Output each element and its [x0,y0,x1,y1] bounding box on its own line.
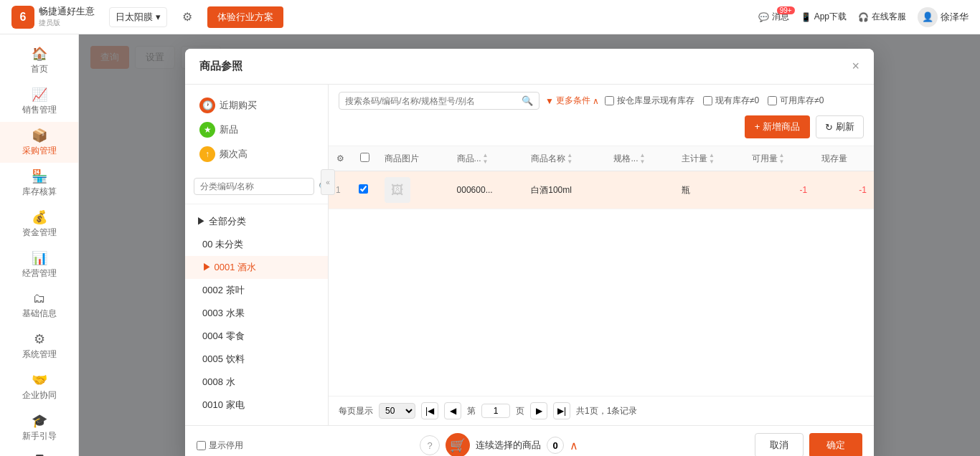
sort-image[interactable]: 商品图片 [385,153,443,165]
footer-collapse-button[interactable]: ∧ [570,439,578,452]
cat-all[interactable]: ▶ 全部分类 [185,210,328,233]
product-table-container: ⚙ 商品图片 [329,146,874,396]
page-size-label: 每页显示 [339,405,373,417]
cat-appliance[interactable]: 0010 家电 [185,394,328,417]
product-code: 000600... [457,185,493,195]
system-icon: ⚙ [34,331,45,347]
sidebar-item-guide[interactable]: 🎓 新手引导 [0,407,78,448]
cart-icon[interactable]: 🛒 [446,433,470,456]
row-checkbox-cell [352,171,377,209]
guide-icon: 🎓 [32,413,47,429]
show-disabled-checkbox[interactable]: 显示停用 [197,440,243,452]
checkbox-current-stock[interactable]: 现有库存≠0 [703,95,759,107]
app-download-item[interactable]: 📱 App下载 [801,11,847,23]
cat-appliance-label: 0010 家电 [202,399,245,412]
sidebar-label-system: 系统管理 [22,348,57,361]
sidebar-item-operation[interactable]: 📊 经营管理 [0,244,78,285]
cat-snack-label: 0004 零食 [202,330,245,343]
more-filter-button[interactable]: ▼ 更多条件 ∧ [545,95,599,107]
product-search-input[interactable] [345,96,519,106]
th-code: 商品... ▲▼ [450,146,524,171]
page-word: 第 [467,405,476,417]
sidebar-item-apps[interactable]: 📱 应用中心 [0,448,78,456]
user-area[interactable]: 👤 徐泽华 [918,7,969,27]
sort-stock[interactable]: 现存量 [821,153,867,165]
cat-snack[interactable]: 0004 零食 [185,325,328,348]
product-unit: 瓶 [682,185,690,195]
cat-all-label: ▶ 全部分类 [197,215,246,228]
panel-collapse-button[interactable]: « [321,169,335,195]
page-number-input[interactable] [481,404,510,418]
filter-freq-label: 频次高 [220,148,248,161]
continuous-count: 0 [547,437,564,454]
cat-water[interactable]: 0008 水 [185,371,328,394]
enterprise-icon: 🤝 [32,372,47,388]
cancel-button[interactable]: 取消 [755,433,804,456]
checkbox-by-warehouse-input[interactable] [605,96,614,105]
sidebar-item-basic[interactable]: 🗂 基础信息 [0,285,78,326]
checkbox-current-stock-input[interactable] [703,96,712,105]
sort-code[interactable]: 商品... ▲▼ [457,152,517,165]
checkbox-available-stock[interactable]: 可用库存≠0 [768,95,824,107]
logo-area: 6 畅捷通好生意 捷员版 [11,6,95,29]
cat-fruit[interactable]: 0003 水果 [185,302,328,325]
store-selector[interactable]: 日太阳膜 ▾ [109,7,167,27]
refresh-list-button[interactable]: ↻ 刷新 [816,115,864,138]
confirm-button[interactable]: 确定 [809,433,862,456]
first-page-button[interactable]: |◀ [421,402,438,419]
help-button[interactable]: ? [420,435,440,455]
sort-available[interactable]: 可用量 ▲▼ [752,152,808,165]
message-item[interactable]: 💬 消息 99+ [758,11,789,23]
sidebar-item-system[interactable]: ⚙ 系统管理 [0,326,78,366]
modal-dialog: 商品参照 × 🕐 近期购买 ★ [185,49,874,456]
sidebar-item-purchase[interactable]: 📦 采购管理 [0,122,78,163]
add-product-button[interactable]: + 新增商品 [745,115,810,138]
settings-icon[interactable]: ⚙ [176,6,199,29]
sidebar-item-enterprise[interactable]: 🤝 企业协同 [0,366,78,407]
last-page-button[interactable]: ▶| [553,402,570,419]
message-icon: 💬 [758,12,769,22]
page-unit: 页 [516,405,524,417]
help-icon: ? [427,440,432,451]
sort-arrows-spec: ▲▼ [640,152,646,165]
column-settings-icon[interactable]: ⚙ [336,153,344,163]
chevron-down-icon: ▾ [156,11,161,22]
trial-button[interactable]: 体验行业方案 [207,6,283,28]
sidebar-item-home[interactable]: 🏠 首页 [0,40,78,81]
category-search-input[interactable] [194,178,314,195]
show-disabled-input[interactable] [197,441,206,450]
filter-freq[interactable]: ↑ 频次高 [194,142,319,166]
page-size-select[interactable]: 20 50 100 [379,403,415,419]
cat-water-label: 0008 水 [202,376,235,389]
cat-unclassified-label: 00 未分类 [202,238,243,251]
row-image-cell: 🖼 [377,171,450,209]
th-spec: 规格... ▲▼ [606,146,674,171]
modal-close-button[interactable]: × [852,59,859,74]
select-all-checkbox[interactable] [360,153,369,162]
product-search-icon[interactable]: 🔍 [522,95,533,106]
checkbox-available-stock-input[interactable] [768,96,777,105]
cat-tea[interactable]: 0002 茶叶 [185,279,328,302]
category-list: ▶ 全部分类 00 未分类 ▶ 0001 酒水 0002 茶叶 [185,207,328,419]
row-checkbox[interactable] [359,184,368,194]
cat-unclassified[interactable]: 00 未分类 [185,233,328,256]
pagination-bar: 每页显示 20 50 100 |◀ ◀ 第 页 ▶ [329,396,874,425]
next-page-button[interactable]: ▶ [530,402,547,419]
filter-new[interactable]: ★ 新品 [194,118,319,142]
filter-recent[interactable]: 🕐 近期购买 [194,93,319,118]
table-row[interactable]: 1 🖼 00 [329,171,874,209]
cat-alcohol[interactable]: ▶ 0001 酒水 [185,256,328,279]
filter-recent-label: 近期购买 [220,99,257,112]
prev-page-button[interactable]: ◀ [444,402,461,419]
modal-header: 商品参照 × [185,49,874,85]
sidebar-item-sales[interactable]: 📈 销售管理 [0,81,78,122]
sort-name[interactable]: 商品名称 ▲▼ [531,152,599,165]
sidebar-item-finance[interactable]: 💰 资金管理 [0,204,78,244]
sidebar-label-sales: 销售管理 [22,104,57,116]
checkbox-by-warehouse[interactable]: 按仓库显示现有库存 [605,95,694,107]
sidebar-item-inventory[interactable]: 🏪 库存核算 [0,163,78,204]
cat-beverage[interactable]: 0005 饮料 [185,348,328,371]
service-item[interactable]: 🎧 在线客服 [858,11,906,23]
sort-unit[interactable]: 主计量 ▲▼ [682,152,738,165]
sort-spec[interactable]: 规格... ▲▼ [613,152,667,165]
